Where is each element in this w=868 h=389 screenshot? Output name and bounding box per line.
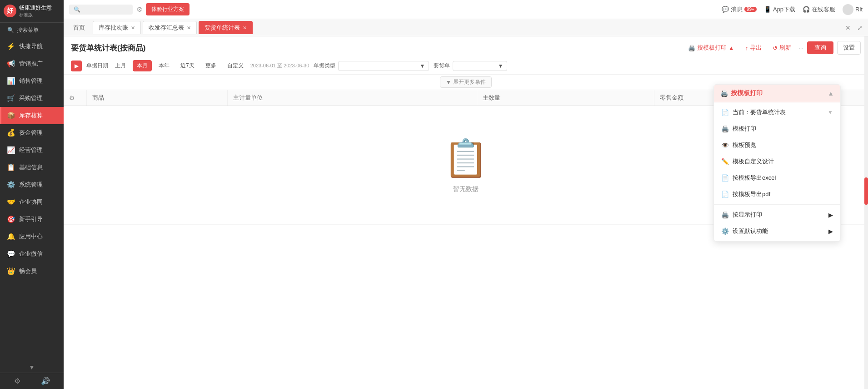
sidebar-item-purchase[interactable]: 🛒 采购管理 <box>0 90 64 107</box>
marketing-icon: 📢 <box>7 60 15 68</box>
tab-order-close[interactable]: ✕ <box>243 25 247 31</box>
filter-goods-group: 要货单 ▼ <box>434 61 507 71</box>
date-current-btn[interactable]: 本月 <box>133 60 152 71</box>
tab-order[interactable]: 要货单统计表 ✕ <box>199 21 253 34</box>
export-button[interactable]: ↑ 导出 <box>742 42 766 54</box>
empty-icon: 📋 <box>443 137 489 180</box>
chevron-up-icon: ▲ <box>728 45 734 51</box>
dropdown-current-template[interactable]: 📄 当前：要货单统计表 ▼ <box>714 104 840 121</box>
dropdown-display-print[interactable]: 🖨️ 按显示打印 ▶ <box>714 207 840 223</box>
type-select[interactable]: ▼ <box>338 61 429 71</box>
topbar: 🔍 ⚙ 体验行业方案 💬 消息 99+ 📱 App下载 🎧 在线客服 R <box>64 0 868 19</box>
filter-bar: ▶ 单据日期 上月 本月 本年 近7天 更多 自定义 2023-06-01 至 … <box>64 57 868 75</box>
set-default-icon: ⚙️ <box>721 227 729 235</box>
select-chevron-icon: ▼ <box>419 63 425 69</box>
setting-button[interactable]: 设置 <box>837 41 861 55</box>
sidebar-item-marketing[interactable]: 📢 营销推广 <box>0 55 64 72</box>
sidebar-item-sales[interactable]: 📊 销售管理 <box>0 72 64 90</box>
sidebar-scroll-down[interactable]: ▼ <box>0 362 64 373</box>
logo-text: 畅康通好生意 标准版 <box>19 5 52 18</box>
template-print-icon: 🖨️ <box>721 125 729 132</box>
col-unit: 主计量单位 <box>228 90 477 106</box>
window-maximize-icon[interactable]: ⤢ <box>855 23 864 32</box>
footer-settings-icon[interactable]: ⚙ <box>14 377 20 385</box>
window-close-icon[interactable]: ✕ <box>843 23 853 32</box>
tab-batch-close[interactable]: ✕ <box>131 25 135 31</box>
trial-button[interactable]: 体验行业方案 <box>146 3 190 15</box>
sidebar-item-basic[interactable]: 📋 基础信息 <box>0 159 64 176</box>
user-avatar-item[interactable]: Rit <box>843 4 863 15</box>
page-title: 要货单统计表(按商品) <box>71 43 145 53</box>
col-settings[interactable]: ⚙ <box>64 90 86 106</box>
sidebar-item-appstore[interactable]: 🔔 应用中心 <box>0 228 64 245</box>
wechat-icon: 💬 <box>7 250 15 258</box>
export-icon: ↑ <box>745 45 748 51</box>
query-button[interactable]: 查询 <box>807 41 833 54</box>
app-download-item[interactable]: 📱 App下载 <box>764 5 795 14</box>
tab-batch[interactable]: 库存批次账 ✕ <box>93 21 141 34</box>
table-settings-icon[interactable]: ⚙ <box>69 94 75 101</box>
coop-icon: 🤝 <box>7 198 15 206</box>
sidebar-nav: ⚡ 快捷导航 📢 营销推广 📊 销售管理 🛒 采购管理 📦 库存核算 💰 资金管… <box>0 38 64 362</box>
dropdown-close-btn[interactable]: ▲ <box>828 90 834 97</box>
operation-icon: 📈 <box>7 146 15 154</box>
sidebar-item-finance[interactable]: 💰 资金管理 <box>0 124 64 141</box>
sidebar-item-guide[interactable]: 🎯 新手引导 <box>0 211 64 228</box>
topbar-gear-icon[interactable]: ⚙ <box>136 5 142 14</box>
sidebar: 好 畅康通好生意 标准版 🔍 搜索菜单 ⚡ 快捷导航 📢 营销推广 📊 销售管理… <box>0 0 64 389</box>
sidebar-logo: 好 畅康通好生意 标准版 <box>0 0 64 23</box>
refresh-button[interactable]: ↺ 刷新 <box>769 42 795 54</box>
dropdown-template-design[interactable]: ✏️ 模板自定义设计 <box>714 153 840 170</box>
topbar-left: 🔍 ⚙ 体验行业方案 <box>69 3 190 15</box>
date-year-btn[interactable]: 本年 <box>155 60 174 71</box>
sidebar-item-shortcut[interactable]: ⚡ 快捷导航 <box>0 38 64 55</box>
sidebar-item-system[interactable]: ⚙️ 系统管理 <box>0 176 64 193</box>
phone-icon: 📱 <box>764 6 771 13</box>
sidebar-item-member[interactable]: 👑 畅会员 <box>0 263 64 280</box>
template-preview-icon: 👁️ <box>721 141 729 149</box>
current-template-icon: 📄 <box>721 109 729 116</box>
date-custom-btn[interactable]: 自定义 <box>223 60 248 71</box>
dropdown-template-excel[interactable]: 📄 按模板导出excel <box>714 170 840 186</box>
sidebar-search-item[interactable]: 🔍 搜索菜单 <box>0 23 64 38</box>
scrollbar-right[interactable] <box>864 36 868 389</box>
page-actions: 🖨️ 按模板打印 ▲ ↑ 导出 ↺ 刷新 ··· 查询 设置 <box>684 41 861 55</box>
print-button[interactable]: 🖨️ 按模板打印 ▲ <box>684 42 738 54</box>
tab-receipt-close[interactable]: ✕ <box>187 25 191 31</box>
template-excel-icon: 📄 <box>721 174 729 182</box>
online-service-item[interactable]: 🎧 在线客服 <box>803 5 835 14</box>
date-week-btn[interactable]: 近7天 <box>176 60 199 71</box>
dropdown-set-default[interactable]: ⚙️ 设置默认功能 ▶ <box>714 223 840 239</box>
expand-more-btn[interactable]: ▼ 展开更多条件 <box>440 76 492 88</box>
sidebar-item-inventory[interactable]: 📦 库存核算 <box>0 107 64 124</box>
dropdown-template-print[interactable]: 🖨️ 模板打印 <box>714 121 840 137</box>
more-actions-icon[interactable]: ··· <box>798 45 803 51</box>
sidebar-item-operation[interactable]: 📈 经营管理 <box>0 141 64 159</box>
dropdown-template-preview[interactable]: 👁️ 模板预览 <box>714 137 840 153</box>
tab-receipt[interactable]: 收发存汇总表 ✕ <box>143 21 197 34</box>
empty-text: 暂无数据 <box>453 185 479 193</box>
message-item[interactable]: 💬 消息 99+ <box>722 5 757 14</box>
sidebar-item-wechat[interactable]: 💬 企业微信 <box>0 245 64 263</box>
window-controls: ✕ ⤢ <box>843 23 864 32</box>
sales-icon: 📊 <box>7 77 15 85</box>
sidebar-footer: ⚙ 🔊 <box>0 373 64 389</box>
tab-home[interactable]: 首页 <box>67 21 91 34</box>
goods-select[interactable]: ▼ <box>453 61 507 71</box>
date-prev-btn[interactable]: 上月 <box>111 60 130 71</box>
appstore-icon: 🔔 <box>7 232 15 241</box>
date-more-btn[interactable]: 更多 <box>201 60 220 71</box>
dropdown-template-pdf[interactable]: 📄 按模板导出pdf <box>714 186 840 202</box>
print-icon: 🖨️ <box>688 45 695 51</box>
sidebar-item-coop[interactable]: 🤝 企业协同 <box>0 193 64 211</box>
display-print-arrow: ▶ <box>828 212 833 218</box>
scrollbar-thumb <box>864 177 868 205</box>
filter-expand-btn[interactable]: ▶ <box>71 61 82 71</box>
avatar <box>843 4 853 15</box>
footer-volume-icon[interactable]: 🔊 <box>41 377 50 385</box>
current-arrow-icon: ▼ <box>828 109 833 116</box>
dropdown-popup: 🖨️ 按模板打印 ▲ 📄 当前：要货单统计表 ▼ 🖨️ 模板打印 👁️ <box>713 84 841 242</box>
guide-icon: 🎯 <box>7 215 15 223</box>
topbar-search-box[interactable]: 🔍 <box>69 5 133 15</box>
topbar-right: 💬 消息 99+ 📱 App下载 🎧 在线客服 Rit <box>722 4 863 15</box>
